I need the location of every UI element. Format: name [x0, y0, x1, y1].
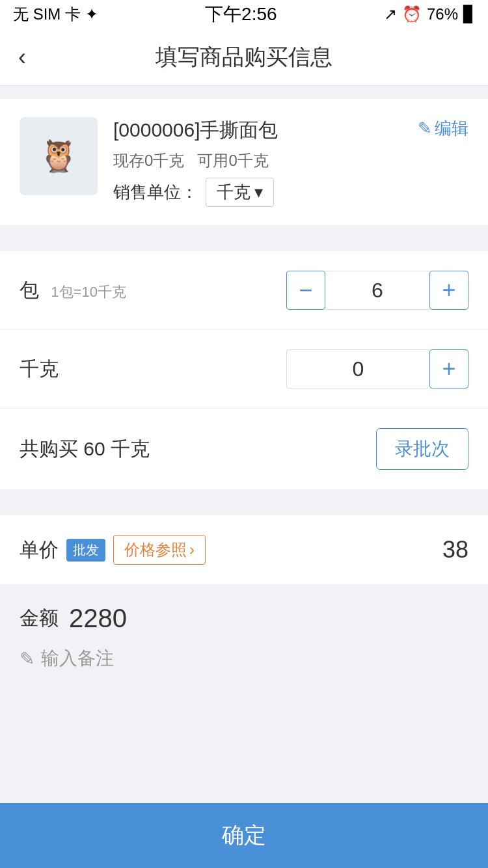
amount-label: 金额 [20, 605, 59, 632]
summary-row: 共购买 60 千克 录批次 [0, 409, 488, 489]
kilo-quantity-row: 千克 + [0, 330, 488, 409]
status-left: 无 SIM 卡 ✦ [13, 4, 98, 25]
remark-row[interactable]: ✎ 输入备注 [20, 646, 468, 671]
product-stock: 现存0千克 可用0千克 [113, 150, 468, 171]
product-image: 🦉 [20, 117, 98, 195]
summary-amount: 60 [83, 438, 105, 459]
price-ref-button[interactable]: 价格参照 › [113, 535, 206, 565]
price-label: 单价 [20, 537, 59, 563]
status-right: ↗ ⏰ 76% ▊ [384, 5, 475, 23]
divider-1 [0, 225, 488, 238]
kilo-quantity-controls: + [286, 349, 468, 388]
price-value: 38 [442, 536, 468, 563]
unit-label: 销售单位： [113, 181, 198, 204]
remark-text: 输入备注 [41, 646, 114, 671]
price-row: 单价 批发 价格参照 › 38 [20, 535, 468, 565]
alarm-icon: ⏰ [402, 5, 422, 23]
page-title: 填写商品购买信息 [156, 42, 332, 72]
summary-text: 共购买 60 千克 [20, 436, 150, 463]
package-label: 包 1包=10千克 [20, 277, 286, 304]
edit-icon: ✎ [418, 118, 432, 139]
package-hint: 1包=10千克 [51, 284, 126, 300]
kilo-plus-button[interactable]: + [429, 349, 468, 388]
product-unit-row: 销售单位： 千克 ▾ [113, 178, 468, 207]
chevron-right-icon: › [189, 541, 195, 559]
product-thumbnail-icon: 🦉 [39, 138, 78, 174]
product-name: [0000006]手撕面包 [113, 117, 468, 144]
product-info: [0000006]手撕面包 现存0千克 可用0千克 销售单位： 千克 ▾ [113, 117, 468, 207]
confirm-bar[interactable]: 确定 [0, 803, 488, 868]
amount-section: 金额 2280 ✎ 输入备注 [0, 584, 488, 684]
confirm-button-label: 确定 [222, 821, 266, 850]
kilo-label: 千克 [20, 356, 286, 383]
location-icon: ↗ [384, 5, 397, 23]
amount-value: 2280 [69, 604, 127, 633]
sim-status: 无 SIM 卡 ✦ [13, 4, 98, 25]
batch-badge: 批发 [66, 539, 105, 562]
price-left: 单价 批发 价格参照 › [20, 535, 206, 565]
edit-button[interactable]: ✎ 编辑 [418, 117, 468, 140]
package-quantity-input[interactable] [325, 271, 429, 310]
package-plus-button[interactable]: + [429, 271, 468, 310]
package-section: 包 1包=10千克 − + 千克 + [0, 251, 488, 409]
divider-2 [0, 489, 488, 502]
product-card: 🦉 [0000006]手撕面包 现存0千克 可用0千克 销售单位： 千克 ▾ ✎… [0, 99, 488, 225]
kilo-quantity-input[interactable] [286, 349, 429, 388]
package-quantity-row: 包 1包=10千克 − + [0, 251, 488, 330]
package-minus-button[interactable]: − [286, 271, 325, 310]
amount-row: 金额 2280 [20, 604, 468, 633]
battery-icon: ▊ [463, 5, 475, 23]
status-bar: 无 SIM 卡 ✦ 下午2:56 ↗ ⏰ 76% ▊ [0, 0, 488, 29]
unit-value: 千克 [217, 181, 251, 204]
nav-bar: ‹ 填写商品购买信息 [0, 29, 488, 86]
status-time: 下午2:56 [205, 2, 277, 27]
remark-icon: ✎ [20, 648, 34, 670]
package-quantity-controls: − + [286, 271, 468, 310]
dropdown-arrow-icon: ▾ [254, 182, 263, 202]
price-section: 单价 批发 价格参照 › 38 [0, 515, 488, 584]
back-button[interactable]: ‹ [18, 44, 26, 71]
batch-button[interactable]: 录批次 [376, 428, 468, 470]
battery-level: 76% [427, 5, 458, 23]
unit-dropdown[interactable]: 千克 ▾ [206, 178, 274, 207]
main-content: 🦉 [0000006]手撕面包 现存0千克 可用0千克 销售单位： 千克 ▾ ✎… [0, 99, 488, 868]
